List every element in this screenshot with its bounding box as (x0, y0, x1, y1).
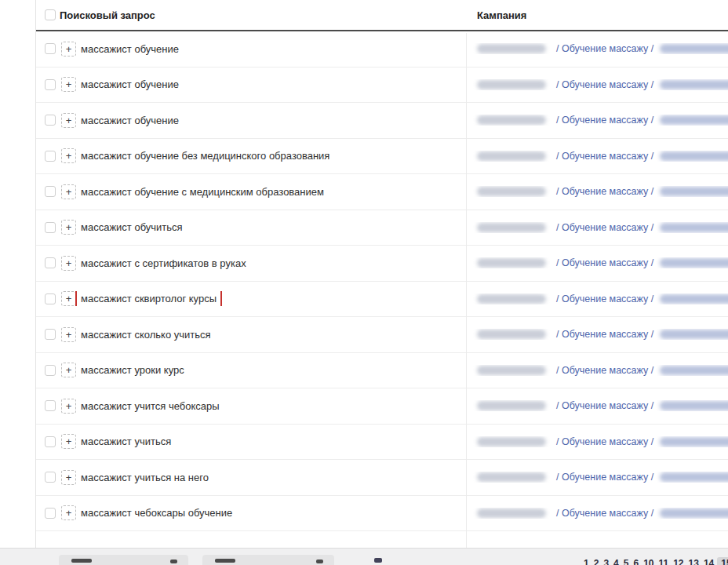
pagination-page[interactable]: 6 (633, 558, 639, 565)
row-checkbox[interactable] (45, 400, 56, 411)
campaign-path-link[interactable]: / Обучение массажу / (556, 186, 653, 197)
campaign-cell: / Обучение массажу / (466, 151, 728, 162)
query-cell: +массажист чебоксары обучение (36, 505, 466, 520)
query-cell: +массажист обучение (36, 113, 466, 128)
campaign-path-link[interactable]: / Обучение массажу / (556, 472, 653, 483)
campaign-path-link[interactable]: / Обучение массажу / (556, 365, 653, 376)
row-checkbox[interactable] (45, 508, 56, 519)
table-row: +массажист обучиться/ Обучение массажу / (36, 210, 728, 246)
row-checkbox[interactable] (45, 257, 56, 268)
redacted-adgroup-name (660, 366, 728, 375)
redacted-campaign-name (477, 508, 546, 518)
add-plus-button[interactable]: + (61, 77, 76, 92)
row-checkbox[interactable] (45, 151, 56, 162)
campaign-path-link[interactable]: / Обучение массажу / (556, 400, 653, 411)
campaign-cell: / Обучение массажу / (466, 43, 728, 54)
bottom-action-bar: 123456101112131415 (0, 548, 728, 565)
redacted-campaign-name (477, 294, 546, 304)
pagination-page[interactable]: 12 (673, 558, 683, 565)
column-header-campaign: Кампания (477, 9, 526, 21)
add-plus-button[interactable]: + (61, 220, 76, 235)
add-plus-button[interactable]: + (61, 148, 76, 163)
add-plus-button[interactable]: + (61, 505, 76, 520)
table-row: +массажист учится чебоксары/ Обучение ма… (36, 388, 728, 425)
pagination-page[interactable]: 13 (689, 558, 699, 565)
table-row: +массажист обучение без медицинского обр… (36, 139, 728, 175)
search-query-text: массажист уроки курс (81, 364, 184, 376)
add-plus-button[interactable]: + (61, 42, 76, 56)
redacted-campaign-name (477, 187, 546, 196)
search-query-text: массажист с сертификатов в руках (81, 257, 246, 269)
query-cell: +массажист учиться на него (36, 470, 466, 485)
pagination-page[interactable]: 15 (717, 557, 728, 565)
campaign-path-link[interactable]: / Обучение массажу / (556, 79, 653, 90)
search-query-text: массажист обучение с медицинским образов… (81, 186, 324, 198)
select-all-checkbox[interactable] (45, 9, 56, 20)
campaign-cell: / Обучение массажу / (466, 222, 728, 233)
search-query-text: массажист учится чебоксары (81, 400, 220, 412)
table-row: +массажист обучение/ Обучение массажу / (36, 67, 728, 104)
campaign-path-link[interactable]: / Обучение массажу / (556, 508, 653, 519)
add-plus-button[interactable]: + (61, 184, 76, 199)
campaign-cell: / Обучение массажу / (466, 365, 728, 376)
campaign-cell: / Обучение массажу / (466, 436, 728, 447)
row-checkbox[interactable] (45, 472, 56, 483)
campaign-path-link[interactable]: / Обучение массажу / (556, 293, 653, 304)
redacted-campaign-name (477, 437, 546, 447)
pagination-page[interactable]: 11 (658, 558, 668, 565)
redacted-adgroup-name (660, 294, 728, 304)
row-checkbox[interactable] (45, 365, 56, 376)
campaign-cell: / Обучение массажу / (466, 186, 728, 197)
campaign-path-link[interactable]: / Обучение массажу / (556, 222, 653, 233)
table-row: +массажист с сертификатов в руках/ Обуче… (36, 246, 728, 282)
redacted-campaign-name (477, 258, 546, 268)
column-header-query: Поисковый запрос (60, 9, 155, 21)
row-checkbox[interactable] (45, 115, 56, 126)
add-plus-button[interactable]: + (61, 256, 76, 271)
add-plus-button[interactable]: + (61, 327, 76, 342)
row-checkbox[interactable] (45, 79, 56, 90)
pagination-page[interactable]: 3 (603, 558, 609, 565)
pagination-page[interactable]: 5 (624, 558, 629, 565)
add-plus-button[interactable]: + (61, 470, 76, 485)
campaign-cell: / Обучение массажу / (466, 115, 728, 126)
campaign-path-link[interactable]: / Обучение массажу / (556, 329, 653, 340)
redacted-adgroup-name (660, 508, 728, 518)
campaign-cell: / Обучение массажу / (466, 329, 728, 340)
campaign-path-link[interactable]: / Обучение массажу / (556, 257, 653, 268)
pagination-page[interactable]: 10 (643, 558, 653, 565)
redacted-campaign-name (477, 151, 546, 161)
campaign-path-link[interactable]: / Обучение массажу / (556, 151, 653, 162)
chevron-down-icon (170, 560, 177, 563)
search-query-text: массажист чебоксары обучение (81, 507, 232, 519)
pagination-page[interactable]: 2 (594, 558, 599, 565)
row-checkbox[interactable] (45, 43, 56, 54)
redacted-campaign-name (477, 330, 546, 339)
add-plus-button[interactable]: + (61, 363, 76, 377)
row-checkbox[interactable] (45, 329, 56, 340)
query-cell: +массажист с сертификатов в руках (36, 256, 466, 271)
row-checkbox[interactable] (45, 436, 56, 447)
row-checkbox[interactable] (45, 293, 56, 304)
add-plus-button[interactable]: + (61, 113, 76, 128)
search-query-text: массажист сколько учиться (81, 329, 211, 341)
row-checkbox[interactable] (45, 222, 56, 233)
add-plus-button[interactable]: + (61, 434, 76, 449)
campaign-path-link[interactable]: / Обучение массажу / (556, 43, 653, 54)
campaign-path-link[interactable]: / Обучение массажу / (556, 436, 653, 447)
redacted-adgroup-name (660, 187, 728, 196)
campaign-path-link[interactable]: / Обучение массажу / (556, 115, 653, 126)
pagination-page[interactable]: 4 (613, 558, 619, 565)
add-plus-button[interactable]: + (61, 291, 76, 306)
search-query-text: массажист сквиртолог курсы (75, 291, 222, 306)
pagination-page[interactable]: 1 (584, 558, 589, 565)
pagination-page[interactable]: 14 (704, 558, 714, 565)
add-plus-button[interactable]: + (61, 399, 76, 414)
bulk-action-dropdown-2[interactable] (202, 555, 334, 565)
row-checkbox[interactable] (45, 186, 56, 197)
query-cell: +массажист обучение с медицинским образо… (36, 184, 466, 199)
redacted-campaign-name (477, 44, 546, 53)
query-cell: +массажист учится чебоксары (36, 399, 466, 414)
bulk-action-dropdown-1[interactable] (59, 555, 188, 565)
pagination: 123456101112131415 (584, 558, 728, 565)
